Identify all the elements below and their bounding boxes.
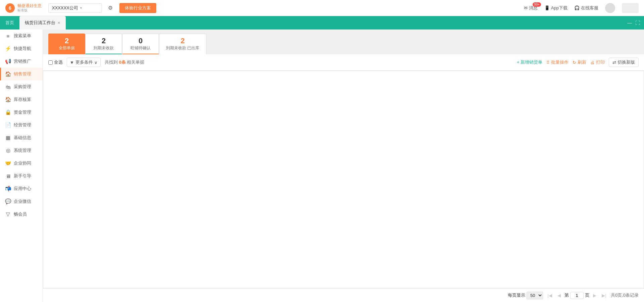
sidebar-item-sales[interactable]: 🏠 销售管理	[0, 68, 43, 80]
user-name	[622, 3, 639, 13]
page-size-selector: 每页显示 50	[508, 292, 543, 299]
batch-operation-button[interactable]: ⠿ 批量操作	[546, 59, 569, 65]
company-name: XXXXXX公司	[52, 5, 78, 11]
wechat-icon: 💬	[5, 198, 11, 204]
finance-icon: 🔒	[5, 109, 11, 115]
page-number-input[interactable]	[570, 292, 584, 299]
next-page-button[interactable]: ▶	[591, 291, 599, 299]
app-download-button[interactable]: 📱 App下载	[544, 5, 568, 11]
stat-label-wangpu: 旺铺待确认	[129, 45, 152, 51]
purchase-icon: 🛍	[5, 84, 11, 90]
print-button[interactable]: 🖨 打印	[590, 59, 605, 65]
found-text: 共找到 0条 相关单据	[105, 59, 144, 65]
tab-home[interactable]: 首页	[0, 16, 19, 29]
avatar[interactable]	[605, 3, 615, 13]
page-navigation: |◀ ◀ 第 页 ▶ ▶|	[546, 291, 608, 299]
headset-icon: 🎧	[574, 5, 580, 10]
stat-num-all: 2	[55, 37, 78, 45]
sidebar-item-inventory[interactable]: 🏠 库存核算	[0, 93, 43, 106]
message-badge: 99+	[533, 2, 541, 7]
logo-text: 畅捷通好生意 标准版	[17, 3, 42, 12]
guide-icon: 🖥	[5, 173, 11, 179]
system-icon: ◎	[5, 147, 11, 154]
table-area	[43, 71, 644, 288]
basic-info-icon: ▦	[5, 135, 11, 141]
stats-tabs: 2 全部单据 2 到期未收款 0 旺铺待确认 2 到期未收款 已出库	[43, 29, 644, 54]
switch-version-button[interactable]: ⇄ 切换新版	[609, 58, 639, 67]
refresh-button[interactable]: ↻ 刷新	[573, 59, 586, 65]
sidebar: ≡ 搜索菜单 ⚡ 快捷导航 📢 营销推广 🏠 销售管理 🛍 采购管理 🏠 库存核…	[0, 29, 43, 302]
quicknav-icon: ⚡	[5, 46, 11, 52]
stat-label-overdue-shipped: 到期未收款 已出库	[166, 45, 199, 51]
sales-icon: 🏠	[5, 71, 11, 77]
appstore-icon: 📬	[5, 186, 11, 192]
content-area: 2 全部单据 2 到期未收款 0 旺铺待确认 2 到期未收款 已出库 全选	[43, 29, 644, 302]
sidebar-item-search[interactable]: ≡ 搜索菜单	[0, 29, 43, 42]
main-layout: ≡ 搜索菜单 ⚡ 快捷导航 📢 营销推广 🏠 销售管理 🛍 采购管理 🏠 库存核…	[0, 29, 644, 302]
sidebar-item-appstore[interactable]: 📬 应用中心	[0, 182, 43, 195]
toolbar-right: + 新增销货单 ⠿ 批量操作 ↻ 刷新 🖨 打印 ⇄ 切换新版	[517, 58, 639, 67]
stat-tab-overdue-shipped[interactable]: 2 到期未收款 已出库	[159, 34, 206, 54]
select-all-checkbox[interactable]: 全选	[48, 59, 63, 65]
logo-icon: 6	[5, 3, 15, 13]
stat-tab-all[interactable]: 2 全部单据	[48, 34, 85, 54]
chevron-filter-icon: ∨	[94, 60, 98, 65]
sidebar-item-system[interactable]: ◎ 系统管理	[0, 144, 43, 157]
tab-qianhuo[interactable]: 钱货日清工作台 ✕	[19, 16, 66, 29]
sidebar-item-purchase[interactable]: 🛍 采购管理	[0, 80, 43, 93]
stat-label-overdue: 到期未收款	[92, 45, 115, 51]
enterprise-icon: 🤝	[5, 160, 11, 166]
sidebar-item-quicknav[interactable]: ⚡ 快捷导航	[0, 42, 43, 55]
pagination: 每页显示 50 |◀ ◀ 第 页 ▶ ▶| 共0页,0条记录	[43, 288, 644, 302]
first-page-button[interactable]: |◀	[546, 291, 554, 299]
sidebar-item-wechat[interactable]: 💬 企业微信	[0, 195, 43, 208]
settings-icon[interactable]: ⚙	[105, 3, 115, 13]
search-menu-icon: ≡	[5, 33, 11, 39]
sidebar-item-finance[interactable]: 🔒 资金管理	[0, 106, 43, 119]
filter-icon: ▼	[70, 60, 74, 65]
print-icon: 🖨	[590, 60, 595, 65]
underline-wangpu	[122, 54, 159, 54]
inventory-icon: 🏠	[5, 97, 11, 103]
stat-tab-overdue[interactable]: 2 到期未收款	[85, 34, 122, 54]
stat-num-overdue-shipped: 2	[166, 37, 199, 45]
company-selector[interactable]: XXXXXX公司 ▾	[48, 3, 102, 13]
member-icon: ▽	[5, 211, 11, 217]
logo-area: 6 畅捷通好生意 标准版	[5, 3, 48, 13]
found-count: 0条	[119, 60, 126, 65]
top-header: 6 畅捷通好生意 标准版 XXXXXX公司 ▾ ⚙ 体验行业方案 ✉ 消息 99…	[0, 0, 644, 16]
chevron-down-icon: ▾	[80, 6, 82, 10]
stat-tab-wangpu[interactable]: 0 旺铺待确认	[122, 34, 159, 54]
stat-label-all: 全部单据	[55, 45, 78, 51]
tab-actions: — ⛶	[627, 20, 644, 25]
sidebar-item-marketing[interactable]: 📢 营销推广	[0, 55, 43, 68]
checkbox-input[interactable]	[48, 60, 53, 65]
phone-icon: 📱	[544, 5, 550, 10]
message-icon: ✉	[524, 5, 528, 10]
sidebar-item-basic-info[interactable]: ▦ 基础信息	[0, 131, 43, 144]
operation-icon: 📄	[5, 122, 11, 128]
sidebar-item-guide[interactable]: 🖥 新手引导	[0, 170, 43, 182]
minimize-icon[interactable]: —	[627, 20, 632, 25]
underline-overdue	[86, 54, 122, 54]
trial-button[interactable]: 体验行业方案	[119, 3, 156, 13]
tab-close-icon[interactable]: ✕	[57, 21, 60, 25]
online-service-button[interactable]: 🎧 在线客服	[574, 5, 598, 11]
stat-num-overdue: 2	[92, 37, 115, 45]
maximize-icon[interactable]: ⛶	[635, 20, 640, 25]
sidebar-item-member[interactable]: ▽ 畅会员	[0, 208, 43, 221]
switch-icon: ⇄	[612, 60, 616, 65]
stat-num-wangpu: 0	[129, 37, 152, 45]
prev-page-button[interactable]: ◀	[555, 291, 563, 299]
nav-tabs-bar: 首页 钱货日清工作台 ✕ — ⛶	[0, 16, 644, 29]
filter-button[interactable]: ▼ 更多条件 ∨	[67, 58, 101, 67]
refresh-icon: ↻	[573, 60, 576, 65]
total-records: 共0页,0条记录	[611, 292, 639, 298]
last-page-button[interactable]: ▶|	[600, 291, 608, 299]
marketing-icon: 📢	[5, 58, 11, 64]
sidebar-item-enterprise[interactable]: 🤝 企业协同	[0, 157, 43, 170]
sidebar-item-operation[interactable]: 📄 经营管理	[0, 119, 43, 131]
add-sale-order-button[interactable]: + 新增销货单	[517, 59, 542, 65]
page-size-select[interactable]: 50	[527, 292, 543, 299]
message-button[interactable]: ✉ 消息 99+	[524, 5, 538, 11]
